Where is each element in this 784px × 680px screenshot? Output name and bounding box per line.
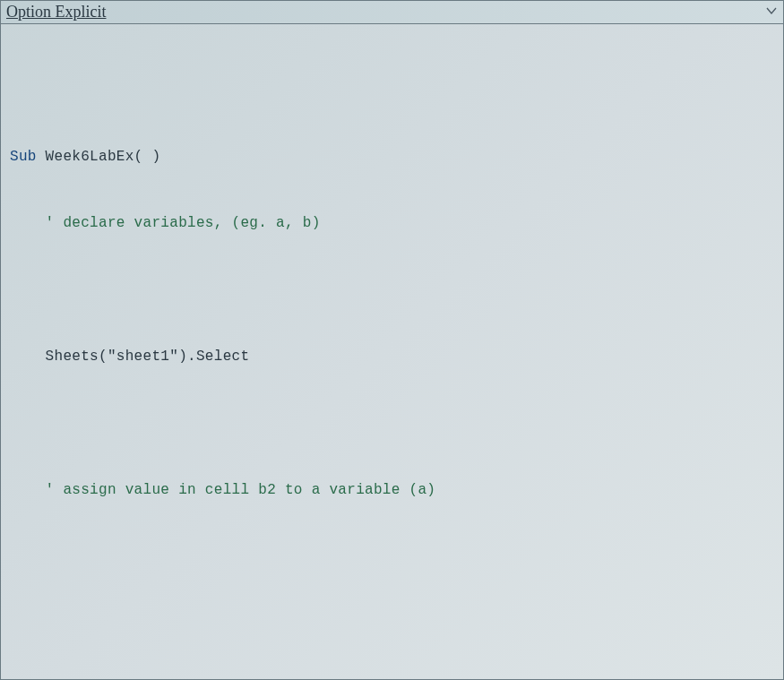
code-line: Sheets("sheet1").Select: [10, 346, 778, 368]
code-editor-pane[interactable]: Sub Week6LabEx( ) ' declare variables, (…: [1, 24, 783, 679]
vba-editor-window: Option Explicit Sub Week6LabEx( ) ' decl…: [0, 0, 784, 680]
dropdown-label: Option Explicit: [6, 3, 107, 22]
chevron-down-icon: [765, 4, 778, 21]
comment-line: ' assign value in celll b2 to a variable…: [10, 479, 778, 502]
sub-name: Week6LabEx( ): [46, 149, 161, 165]
comment-line: ' declare variables, (eg. a, b): [10, 212, 778, 235]
declarations-dropdown[interactable]: Option Explicit: [1, 1, 783, 24]
keyword-sub: Sub: [10, 149, 46, 165]
